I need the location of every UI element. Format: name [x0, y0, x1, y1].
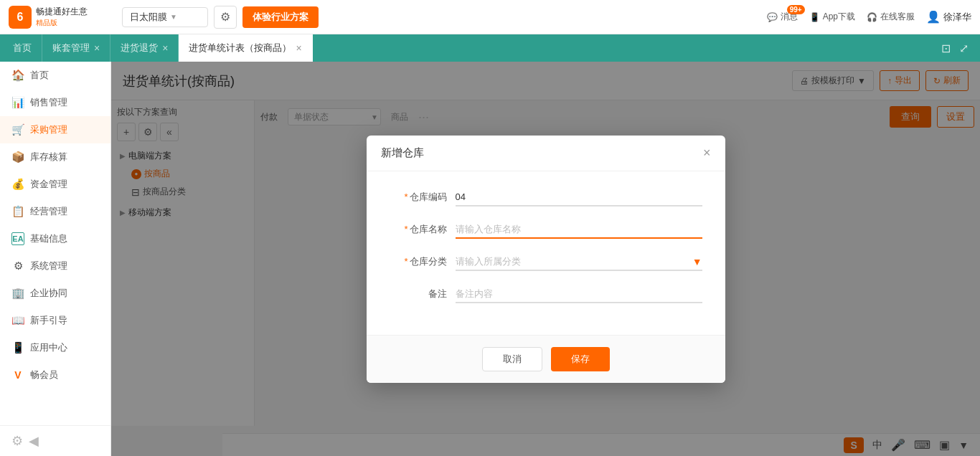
- top-header: 6 畅捷通好生意 精品版 日太阳膜 ▼ ⚙ 体验行业方案 💬 消息 99+ 📱 …: [0, 0, 980, 34]
- app-label: App下载: [823, 11, 855, 23]
- store-selector[interactable]: 日太阳膜 ▼: [122, 7, 208, 27]
- sidebar-bottom[interactable]: ⚙ ◀: [0, 425, 110, 456]
- headset-icon: 🎧: [867, 12, 877, 22]
- sidebar-label-guide: 新手引导: [30, 314, 67, 327]
- sidebar-label-app-center: 应用中心: [30, 341, 67, 354]
- dialog-footer: 取消 保存: [367, 335, 725, 383]
- user-name: 徐泽华: [943, 11, 971, 24]
- tab-home[interactable]: 首页: [3, 34, 42, 62]
- sidebar-item-enterprise[interactable]: 🏢 企业协同: [0, 280, 110, 307]
- tab-purchase-stats-close[interactable]: ×: [296, 42, 301, 54]
- purchase-icon: 🛒: [11, 123, 24, 136]
- store-selector-arrow: ▼: [170, 13, 177, 21]
- category-label: *仓库分类: [390, 255, 447, 268]
- form-row-category: *仓库分类 请输入所属分类 ▼: [390, 253, 702, 271]
- vip-icon: V: [11, 369, 24, 381]
- sidebar-item-operations[interactable]: 📋 经营管理: [0, 198, 110, 225]
- category-required-star: *: [404, 256, 407, 267]
- sidebar-item-basic-info[interactable]: EA 基础信息: [0, 225, 110, 252]
- sidebar-item-finance[interactable]: 💰 资金管理: [0, 171, 110, 198]
- tabs-restore-icon[interactable]: ⊡: [938, 42, 953, 55]
- cancel-button[interactable]: 取消: [482, 347, 542, 371]
- inventory-icon: 📦: [11, 151, 24, 163]
- name-required-star: *: [404, 224, 407, 234]
- sidebar-label-basic-info: 基础信息: [30, 232, 67, 245]
- remark-label: 备注: [390, 288, 447, 300]
- settings-icon[interactable]: ⚙: [214, 6, 237, 29]
- basic-info-icon: EA: [11, 232, 24, 245]
- store-name: 日太阳膜: [130, 11, 167, 24]
- dialog-overlay: 新增仓库 × *仓库编码 *仓库名称: [111, 62, 980, 456]
- enterprise-icon: 🏢: [11, 287, 24, 300]
- code-label: *仓库编码: [390, 191, 447, 204]
- code-required-star: *: [404, 191, 407, 202]
- tab-accounts-close[interactable]: ×: [94, 42, 100, 54]
- sidebar: 🏠 首页 📊 销售管理 🛒 采购管理 📦 库存核算 💰 资金管理 📋 经营管理 …: [0, 62, 111, 456]
- logo-text: 畅捷通好生意 精品版: [36, 6, 88, 28]
- dialog-body: *仓库编码 *仓库名称 *仓库分类: [367, 171, 725, 335]
- name-label: *仓库名称: [390, 223, 447, 236]
- dialog-close-button[interactable]: ×: [703, 146, 711, 161]
- sales-icon: 📊: [11, 96, 24, 109]
- message-badge: 99+: [787, 5, 805, 14]
- sidebar-label-home: 首页: [30, 69, 49, 82]
- main-layout: 🏠 首页 📊 销售管理 🛒 采购管理 📦 库存核算 💰 资金管理 📋 经营管理 …: [0, 62, 980, 456]
- sidebar-collapse-icon[interactable]: ◀: [29, 433, 39, 449]
- online-service-item[interactable]: 🎧 在线客服: [867, 11, 915, 23]
- app-icon: 📱: [809, 12, 820, 22]
- tab-purchase-return[interactable]: 进货退货 ×: [110, 34, 179, 62]
- header-right: 💬 消息 99+ 📱 App下载 🎧 在线客服 👤 徐泽华: [767, 10, 971, 24]
- sidebar-label-operations: 经营管理: [30, 205, 67, 218]
- sidebar-item-home[interactable]: 🏠 首页: [0, 62, 110, 89]
- sidebar-item-inventory[interactable]: 📦 库存核算: [0, 143, 110, 171]
- form-row-code: *仓库编码: [390, 189, 702, 206]
- tab-purchase-return-close[interactable]: ×: [162, 42, 168, 54]
- save-button[interactable]: 保存: [551, 347, 610, 371]
- service-label: 在线客服: [880, 11, 915, 23]
- sidebar-label-sales: 销售管理: [30, 96, 67, 109]
- tab-accounts[interactable]: 账套管理 ×: [42, 34, 110, 62]
- warehouse-name-input[interactable]: [456, 221, 702, 239]
- sidebar-item-guide[interactable]: 📖 新手引导: [0, 307, 110, 334]
- tabs-right: ⊡ ⤢: [938, 42, 977, 55]
- guide-icon: 📖: [11, 314, 24, 327]
- sidebar-label-system: 系统管理: [30, 260, 67, 272]
- user-item[interactable]: 👤 徐泽华: [926, 10, 971, 24]
- tab-purchase-return-label: 进货退货: [121, 42, 158, 54]
- sidebar-item-system[interactable]: ⚙ 系统管理: [0, 252, 110, 280]
- sidebar-label-enterprise: 企业协同: [30, 287, 67, 300]
- sidebar-item-vip[interactable]: V 畅会员: [0, 361, 110, 389]
- operations-icon: 📋: [11, 205, 24, 218]
- app-download-item[interactable]: 📱 App下载: [809, 11, 855, 23]
- sidebar-item-app-center[interactable]: 📱 应用中心: [0, 334, 110, 361]
- trial-button[interactable]: 体验行业方案: [242, 6, 319, 28]
- tab-purchase-stats[interactable]: 进货单统计表（按商品） ×: [179, 34, 312, 62]
- tabs-maximize-icon[interactable]: ⤢: [956, 42, 971, 55]
- category-select-wrap: 请输入所属分类 ▼: [456, 253, 702, 271]
- form-row-remark: 备注: [390, 285, 702, 303]
- dialog-header: 新增仓库 ×: [367, 136, 725, 171]
- app-center-icon: 📱: [11, 341, 24, 354]
- sidebar-label-purchase: 采购管理: [30, 123, 67, 136]
- warehouse-code-input[interactable]: [456, 189, 702, 206]
- message-icon: 💬: [767, 12, 778, 22]
- sidebar-label-inventory: 库存核算: [30, 151, 67, 163]
- avatar-icon: 👤: [926, 10, 941, 24]
- sidebar-label-finance: 资金管理: [30, 178, 67, 191]
- system-icon: ⚙: [11, 260, 24, 272]
- warehouse-category-select[interactable]: 请输入所属分类: [456, 253, 702, 271]
- tabs-bar: 首页 账套管理 × 进货退货 × 进货单统计表（按商品） × ⊡ ⤢: [0, 34, 980, 62]
- tab-home-label: 首页: [13, 42, 32, 54]
- home-icon: 🏠: [11, 69, 24, 82]
- logo-icon: 6: [9, 6, 32, 29]
- content-area: 进货单统计(按商品) 🖨 按模板打印 ▼ ↑ 导出 ↻ 刷新: [111, 62, 980, 456]
- sidebar-settings-icon[interactable]: ⚙: [11, 433, 23, 449]
- sidebar-item-sales[interactable]: 📊 销售管理: [0, 89, 110, 116]
- tab-purchase-stats-label: 进货单统计表（按商品）: [189, 42, 291, 54]
- sidebar-label-vip: 畅会员: [30, 369, 58, 381]
- tab-accounts-label: 账套管理: [52, 42, 90, 54]
- dialog-title: 新增仓库: [381, 146, 424, 160]
- warehouse-remark-input[interactable]: [456, 285, 702, 303]
- message-item[interactable]: 💬 消息 99+: [767, 11, 798, 23]
- sidebar-item-purchase[interactable]: 🛒 采购管理: [0, 116, 110, 143]
